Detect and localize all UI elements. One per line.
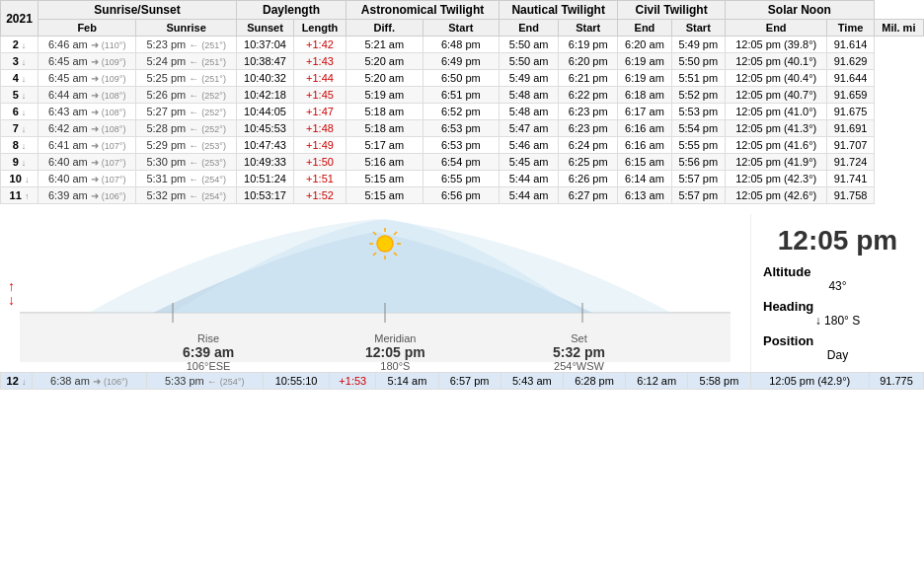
- table-row: 6 ↓6:43 am ➜ (108°)5:27 pm ← (252°)10:44…: [1, 104, 924, 120]
- astro-start-cell: 5:14 am: [376, 373, 438, 390]
- sunrise-cell: 6:41 am ➜ (107°): [38, 137, 136, 154]
- astro-start-cell: 5:18 am: [346, 104, 424, 120]
- astro-end-cell: 6:48 pm: [423, 37, 500, 53]
- astro-end-cell: 6:49 pm: [423, 53, 500, 70]
- table-row: 5 ↓6:44 am ➜ (108°)5:26 pm ← (252°)10:42…: [1, 87, 924, 104]
- header-row-1: 2021 Sunrise/Sunset Daylength Astronomic…: [1, 1, 924, 20]
- noon-mi-cell: 91.691: [827, 120, 874, 137]
- noon-mi-cell: 91.629: [827, 53, 874, 70]
- noon-time-cell: 12:05 pm (42.9°): [750, 373, 869, 390]
- noon-mi-cell: 91.614: [827, 37, 874, 53]
- naut-end-cell: 6:22 pm: [559, 87, 618, 104]
- sunset-cell: 5:29 pm ← (253°): [136, 137, 237, 154]
- naut-end-cell: 6:23 pm: [559, 120, 618, 137]
- table-row: 10 ↓6:40 am ➜ (107°)5:31 pm ← (254°)10:5…: [1, 171, 924, 187]
- day-cell: 11 ↑: [1, 187, 38, 204]
- chart-container: ↑↓: [0, 214, 924, 372]
- diff-cell: +1:43: [293, 53, 346, 70]
- naut-start-cell: 5:47 am: [500, 120, 559, 137]
- sunrise-cell: 6:44 am ➜ (108°): [38, 87, 136, 104]
- civil-start-cell: 6:16 am: [618, 120, 671, 137]
- naut-start-cell: 5:50 am: [500, 53, 559, 70]
- naut-start-cell: 5:45 am: [500, 154, 559, 171]
- table-row: 4 ↓6:45 am ➜ (109°)5:25 pm ← (251°)10:40…: [1, 70, 924, 87]
- sunrise-cell: 6:43 am ➜ (108°): [38, 104, 136, 120]
- civil-end-cell: 5:54 pm: [671, 120, 725, 137]
- header-row-2: Feb Sunrise Sunset Length Diff. Start En…: [1, 20, 924, 37]
- naut-end-cell: 6:27 pm: [559, 187, 618, 204]
- noon-time-cell: 12:05 pm (40.4°): [725, 70, 827, 87]
- length-cell: 10:45:53: [237, 120, 294, 137]
- astro-end-cell: 6:52 pm: [423, 104, 500, 120]
- astro-end-cell: 6:57 pm: [438, 373, 500, 390]
- sunset-subheader: Sunset: [237, 20, 294, 37]
- noon-mi-cell: 91.775: [869, 373, 923, 390]
- naut-start-cell: 5:44 am: [500, 187, 559, 204]
- civil-start-cell: 6:12 am: [626, 373, 688, 390]
- table-row: 2 ↓6:46 am ➜ (110°)5:23 pm ← (251°)10:37…: [1, 37, 924, 53]
- bottom-table: 12 ↓6:38 am ➜ (106°)5:33 pm ← (254°)10:5…: [0, 372, 924, 390]
- civil-end-cell: 5:50 pm: [671, 53, 725, 70]
- sunset-cell: 5:26 pm ← (252°): [136, 87, 237, 104]
- sunset-cell: 5:24 pm ← (251°): [136, 53, 237, 70]
- astronomical-twilight-header: Astronomical Twilight: [346, 1, 500, 20]
- noon-mi-cell: 91.659: [827, 87, 874, 104]
- noon-time-cell: 12:05 pm (42.3°): [725, 171, 827, 187]
- astro-end-cell: 6:53 pm: [423, 137, 500, 154]
- naut-end-subheader: End: [618, 20, 671, 37]
- noon-mi-cell: 91.675: [827, 104, 874, 120]
- naut-start-cell: 5:50 am: [500, 37, 559, 53]
- naut-end-cell: 6:23 pm: [559, 104, 618, 120]
- civil-start-cell: 6:20 am: [618, 37, 671, 53]
- sunrise-sunset-header: Sunrise/Sunset: [38, 1, 237, 20]
- noon-time-subheader: Time: [827, 20, 874, 37]
- civil-end-cell: 5:53 pm: [671, 104, 725, 120]
- civil-start-cell: 6:18 am: [618, 87, 671, 104]
- astro-start-cell: 5:19 am: [346, 87, 424, 104]
- table-row: 7 ↓6:42 am ➜ (108°)5:28 pm ← (252°)10:45…: [1, 120, 924, 137]
- civil-start-cell: 6:16 am: [618, 137, 671, 154]
- sunset-cell: 5:33 pm ← (254°): [146, 373, 263, 390]
- length-cell: 10:53:17: [237, 187, 294, 204]
- length-cell: 10:47:43: [237, 137, 294, 154]
- astro-end-cell: 6:54 pm: [423, 154, 500, 171]
- nautical-twilight-header: Nautical Twilight: [500, 1, 618, 20]
- solar-time-display: 12:05 pm: [763, 225, 912, 256]
- astro-end-cell: 6:56 pm: [423, 187, 500, 204]
- solar-noon-header: Solar Noon: [725, 1, 874, 20]
- svg-rect-1: [20, 313, 731, 362]
- astro-start-cell: 5:15 am: [346, 187, 424, 204]
- noon-time-cell: 12:05 pm (41.6°): [725, 137, 827, 154]
- sunset-cell: 5:23 pm ← (251°): [136, 37, 237, 53]
- solar-arc-svg: [0, 214, 750, 372]
- astro-end-cell: 6:55 pm: [423, 171, 500, 187]
- table-row: 11 ↑6:39 am ➜ (106°)5:32 pm ← (254°)10:5…: [1, 187, 924, 204]
- diff-cell: +1:53: [330, 373, 376, 390]
- civil-end-subheader: End: [725, 20, 827, 37]
- civil-end-cell: 5:56 pm: [671, 154, 725, 171]
- year-header: 2021: [1, 1, 38, 37]
- length-cell: 10:49:33: [237, 154, 294, 171]
- civil-end-cell: 5:49 pm: [671, 37, 725, 53]
- length-cell: 10:55:10: [263, 373, 329, 390]
- astro-start-cell: 5:18 am: [346, 120, 424, 137]
- table-row: 12 ↓6:38 am ➜ (106°)5:33 pm ← (254°)10:5…: [1, 373, 924, 390]
- naut-end-cell: 6:24 pm: [559, 137, 618, 154]
- diff-cell: +1:51: [293, 171, 346, 187]
- naut-start-cell: 5:44 am: [500, 171, 559, 187]
- noon-time-cell: 12:05 pm (41.9°): [725, 154, 827, 171]
- noon-mi-subheader: Mil. mi: [874, 20, 923, 37]
- noon-time-cell: 12:05 pm (39.8°): [725, 37, 827, 53]
- astro-start-cell: 5:16 am: [346, 154, 424, 171]
- sunset-cell: 5:32 pm ← (254°): [136, 187, 237, 204]
- chart-area: ↑↓: [0, 204, 924, 372]
- svg-point-2: [377, 236, 393, 252]
- civil-end-cell: 5:55 pm: [671, 137, 725, 154]
- naut-start-subheader: Start: [559, 20, 618, 37]
- length-cell: 10:37:04: [237, 37, 294, 53]
- noon-mi-cell: 91.644: [827, 70, 874, 87]
- astro-start-cell: 5:21 am: [346, 37, 424, 53]
- length-cell: 10:38:47: [237, 53, 294, 70]
- day-cell: 8 ↓: [1, 137, 38, 154]
- feb-header: Feb: [38, 20, 136, 37]
